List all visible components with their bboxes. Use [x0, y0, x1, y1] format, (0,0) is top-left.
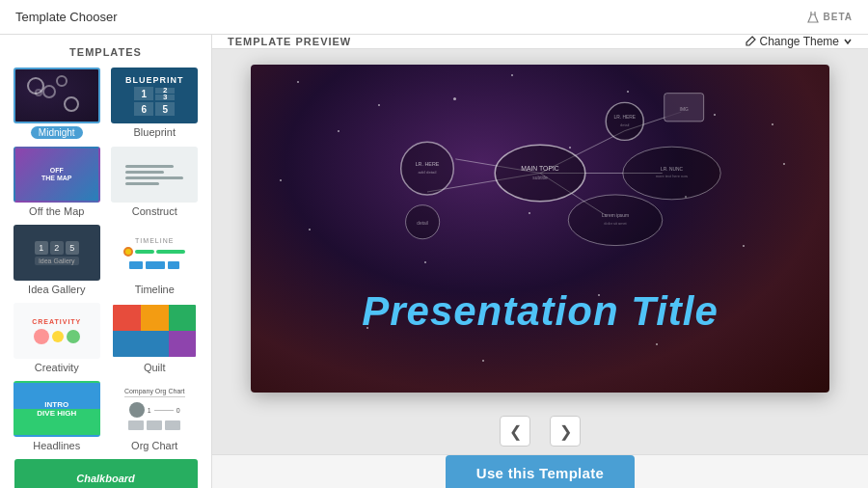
midnight-badge: Midnight	[31, 126, 83, 139]
svg-text:more text here now: more text here now	[656, 174, 688, 178]
svg-text:LR. HERE: LR. HERE	[614, 115, 637, 120]
preview-area: MAIN TOPIC subtitle LR. HERE add detail …	[212, 49, 868, 408]
svg-text:IMG: IMG	[680, 107, 689, 112]
template-thumb-headlines[interactable]: INTRO DIVE HIGH	[14, 381, 100, 437]
ideagallery-label: Idea Gallery	[28, 284, 85, 295]
svg-text:detail: detail	[620, 122, 629, 127]
headlines-label: Headlines	[33, 440, 80, 451]
sidebar: TEMPLATES Midnight BLUEPR	[0, 35, 212, 488]
svg-point-7	[495, 145, 585, 202]
template-thumb-offthemap[interactable]: OFFTHE MAP	[14, 147, 100, 203]
template-item-construct[interactable]: Construct	[108, 145, 203, 219]
template-thumb-orgchart[interactable]: Company Org Chart 1 0	[111, 381, 198, 437]
preview-nav: ❮ ❯	[212, 408, 868, 454]
template-item-creativity[interactable]: CREATIVITY Creativity	[10, 301, 104, 375]
preview-slide: MAIN TOPIC subtitle LR. HERE add detail …	[251, 65, 829, 393]
preview-title: TEMPLATE PREVIEW	[228, 36, 351, 47]
template-item-orgchart[interactable]: Company Org Chart 1 0 Org Chart	[108, 379, 203, 453]
main-layout: TEMPLATES Midnight BLUEPR	[0, 35, 868, 488]
right-panel: TEMPLATE PREVIEW Change Theme	[212, 35, 868, 488]
svg-text:MAIN TOPIC: MAIN TOPIC	[521, 165, 559, 172]
templates-header: TEMPLATES	[0, 35, 211, 66]
template-item-ideagallery[interactable]: 1 2 5 Idea Gallery Idea Gallery	[10, 223, 104, 297]
svg-text:add detail: add detail	[419, 170, 437, 175]
template-item-timeline[interactable]: TIMELINE Timeline	[108, 223, 203, 297]
next-slide-button[interactable]: ❯	[550, 416, 581, 447]
beta-text: BETA	[824, 12, 853, 22]
change-theme-label: Change Theme	[760, 35, 840, 48]
slide-title: Presentation Title	[299, 288, 781, 335]
construct-label: Construct	[132, 205, 177, 217]
template-item-headlines[interactable]: INTRO DIVE HIGH Headlines	[10, 379, 104, 453]
creativity-label: Creativity	[35, 362, 79, 373]
template-thumb-timeline[interactable]: TIMELINE	[111, 225, 198, 281]
svg-text:LR. HERE: LR. HERE	[416, 161, 440, 167]
mindmap-area: MAIN TOPIC subtitle LR. HERE add detail …	[309, 79, 772, 267]
template-thumb-quilt[interactable]	[111, 303, 198, 359]
mindmap-svg: MAIN TOPIC subtitle LR. HERE add detail …	[309, 79, 772, 267]
template-thumb-chalkboard[interactable]: Chalkboard	[14, 459, 198, 488]
template-item-chalkboard[interactable]: Chalkboard	[10, 457, 202, 488]
template-thumb-midnight[interactable]	[14, 68, 100, 123]
template-item-quilt[interactable]: Quilt	[108, 301, 203, 375]
use-template-button[interactable]: Use this Template	[446, 455, 635, 488]
preview-header: TEMPLATE PREVIEW Change Theme	[212, 35, 868, 49]
template-item-blueprint[interactable]: BLUEPRINT 1 2 3 6 5 Blueprint	[108, 66, 203, 141]
offthemap-label: Off the Map	[29, 205, 84, 217]
template-thumb-construct[interactable]	[111, 147, 198, 203]
svg-text:LR. NUNC: LR. NUNC	[661, 167, 683, 172]
template-grid: Midnight BLUEPRINT 1 2 3 6 5 B	[0, 66, 211, 488]
svg-text:subtitle: subtitle	[532, 176, 548, 180]
template-item-offthemap[interactable]: OFFTHE MAP Off the Map	[10, 145, 104, 219]
svg-point-10	[401, 142, 454, 195]
title-bar: Template Chooser BETA	[0, 0, 868, 35]
prev-slide-button[interactable]: ❮	[500, 416, 530, 447]
svg-text:detail: detail	[417, 221, 428, 226]
template-thumb-creativity[interactable]: CREATIVITY	[14, 303, 100, 359]
template-item-midnight[interactable]: Midnight	[10, 66, 104, 141]
beta-badge: BETA	[806, 11, 853, 24]
app-title: Template Chooser	[15, 10, 118, 24]
template-thumb-ideagallery[interactable]: 1 2 5 Idea Gallery	[14, 225, 100, 281]
orgchart-label: Org Chart	[131, 440, 177, 451]
timeline-label: Timeline	[135, 284, 175, 295]
pencil-icon	[745, 36, 756, 47]
bottom-bar: Use this Template	[212, 454, 868, 488]
flask-icon	[806, 11, 820, 24]
slide-background: MAIN TOPIC subtitle LR. HERE add detail …	[251, 65, 829, 393]
svg-text:Lorem ipsum: Lorem ipsum	[602, 213, 629, 218]
change-theme-button[interactable]: Change Theme	[745, 35, 854, 48]
svg-text:dolor sit amet: dolor sit amet	[604, 221, 627, 226]
chevron-down-icon	[843, 37, 853, 46]
blueprint-label: Blueprint	[134, 126, 176, 138]
quilt-label: Quilt	[144, 362, 166, 373]
template-thumb-blueprint[interactable]: BLUEPRINT 1 2 3 6 5	[111, 68, 198, 123]
